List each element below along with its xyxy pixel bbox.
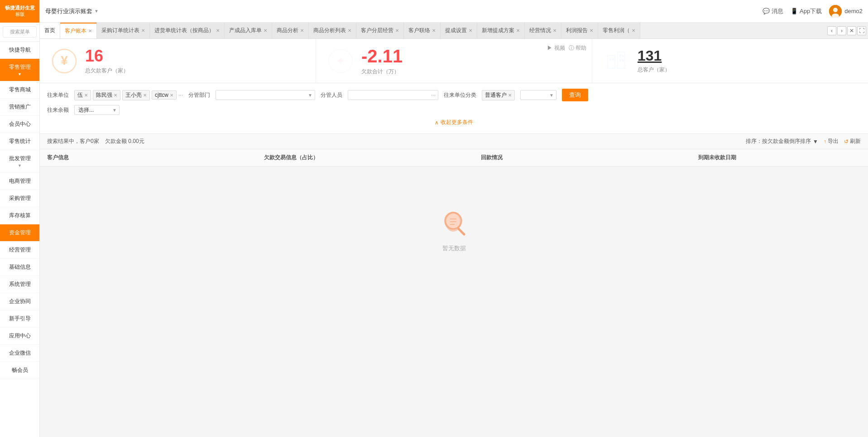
- tab-fullscreen-button[interactable]: ⛶: [857, 26, 866, 35]
- sidebar-item-app-center[interactable]: 应用中心: [0, 328, 39, 345]
- remaining-select[interactable]: 选择...: [74, 105, 120, 115]
- sort-button[interactable]: 排序：按欠款金额倒序排序 ▼: [746, 138, 818, 145]
- tab-prev-button[interactable]: ‹: [827, 26, 836, 35]
- help-icon: ⓘ: [569, 45, 574, 51]
- table-header: 客户信息 欠款交易信息（占比） 回款情况 到期未收款日期: [40, 149, 868, 166]
- tab-inbound-stats[interactable]: 进货单统计表（按商品） ✕: [150, 23, 225, 39]
- tag-normal-customer-close[interactable]: ✕: [508, 93, 512, 98]
- tab-next-button[interactable]: ›: [837, 26, 846, 35]
- stat-helpers: ▶ 视频 ⓘ 帮助: [547, 44, 586, 52]
- sidebar-item-enterprise-collab[interactable]: 企业协同: [0, 293, 39, 310]
- svg-text:✦: ✦: [336, 56, 345, 67]
- tag-chen-close[interactable]: ✕: [114, 93, 117, 98]
- tab-customer-tier[interactable]: 客户分层经营 ✕: [356, 23, 404, 39]
- svg-rect-10: [612, 58, 614, 61]
- sidebar-item-inventory[interactable]: 库存核算: [0, 207, 39, 224]
- tab-home[interactable]: 首页: [40, 23, 60, 39]
- sidebar-item-retail-mall[interactable]: 零售商城: [0, 81, 39, 99]
- tag-wang-close[interactable]: ✕: [143, 93, 147, 98]
- retail-mgmt-arrow: ▼: [18, 72, 22, 76]
- sidebar-item-retail-stats[interactable]: 零售统计: [0, 133, 39, 150]
- search-result-text: 搜索结果中，客户0家: [47, 138, 99, 144]
- tab-customer-contact[interactable]: 客户联络 ✕: [404, 23, 441, 39]
- unit-class-label: 往来单位分类: [444, 91, 476, 99]
- building-icon: [603, 48, 630, 75]
- tab-new-commission-close[interactable]: ✕: [516, 28, 520, 33]
- help-label: 帮助: [575, 45, 586, 51]
- tab-purchase-order-stats[interactable]: 采购订单统计表 ✕: [97, 23, 150, 39]
- sidebar-item-marketing[interactable]: 营销推广: [0, 99, 39, 116]
- tab-customer-account[interactable]: 客户账本 ✕: [60, 23, 97, 39]
- sidebar-item-chang-member[interactable]: 畅会员: [0, 362, 39, 379]
- sidebar-item-enterprise-wechat[interactable]: 企业微信: [0, 345, 39, 362]
- tab-customer-contact-close[interactable]: ✕: [432, 28, 436, 33]
- help-btn[interactable]: ⓘ 帮助: [569, 44, 586, 52]
- tag-wu-label: 伍: [77, 91, 83, 99]
- tab-close-all-button[interactable]: ✕: [847, 26, 856, 35]
- filter-tags-unit-class: 普通客户 ✕: [482, 90, 515, 100]
- sidebar-item-sys-mgmt[interactable]: 系统管理: [0, 276, 39, 293]
- app-download-button[interactable]: 📱 App下载: [791, 7, 822, 15]
- tab-retail-profit[interactable]: 零售利润（ ✕: [598, 23, 640, 39]
- tab-business-status[interactable]: 经营情况 ✕: [525, 23, 561, 39]
- tab-product-inbound-close[interactable]: ✕: [264, 28, 267, 33]
- tab-purchase-order-stats-close[interactable]: ✕: [141, 28, 145, 33]
- messages-button[interactable]: 💬 消息: [762, 7, 783, 15]
- stat-card-debt: ✦ -2.11 欠款合计（万） ▶ 视频 ⓘ 帮助: [316, 39, 592, 83]
- export-button[interactable]: ↑ 导出: [824, 138, 839, 145]
- query-button[interactable]: 查询: [562, 89, 588, 101]
- tab-business-status-close[interactable]: ✕: [553, 28, 556, 33]
- svg-rect-11: [619, 55, 621, 57]
- filter-tag-cjttcw: cjttcw ✕: [152, 90, 177, 100]
- empty-state: 暂无数据: [40, 166, 868, 289]
- tab-commission-settings-close[interactable]: ✕: [469, 28, 472, 33]
- tab-product-inbound[interactable]: 产成品入库单 ✕: [225, 23, 272, 39]
- tab-customer-account-close[interactable]: ✕: [88, 28, 92, 33]
- user-menu[interactable]: demo2: [829, 5, 863, 18]
- inventory-label: 库存核算: [9, 212, 31, 218]
- tag-cjttcw-close[interactable]: ✕: [170, 93, 173, 98]
- sidebar-item-basic-info[interactable]: 基础信息: [0, 259, 39, 276]
- tab-inbound-stats-close[interactable]: ✕: [216, 28, 220, 33]
- tab-profit-report-close[interactable]: ✕: [590, 28, 593, 33]
- sidebar-item-ecom-mgmt[interactable]: 电商管理: [0, 173, 39, 190]
- sidebar-item-wholesale-mgmt[interactable]: 批发管理 ▼: [0, 150, 39, 173]
- sidebar-item-retail-mgmt[interactable]: 零售管理 ▼: [0, 59, 39, 81]
- manager-more-btn[interactable]: ···: [431, 92, 436, 98]
- tab-product-analysis-close[interactable]: ✕: [300, 28, 304, 33]
- tab-product-analysis-list[interactable]: 商品分析列表 ✕: [309, 23, 356, 39]
- tab-product-analysis[interactable]: 商品分析 ✕: [272, 23, 309, 39]
- tab-profit-report[interactable]: 利润报告 ✕: [561, 23, 598, 39]
- tab-product-analysis-list-close[interactable]: ✕: [348, 28, 351, 33]
- tab-new-commission[interactable]: 新增提成方案 ✕: [477, 23, 525, 39]
- tab-customer-tier-close[interactable]: ✕: [395, 28, 399, 33]
- department-select[interactable]: [216, 90, 315, 100]
- collapse-button[interactable]: ∧ 收起更多条件: [47, 119, 861, 126]
- empty-state-label: 暂无数据: [442, 244, 466, 252]
- tab-commission-settings[interactable]: 提成设置 ✕: [441, 23, 477, 39]
- tabbar: 首页 客户账本 ✕ 采购订单统计表 ✕ 进货单统计表（按商品） ✕ 产成品入库单…: [40, 23, 868, 39]
- tab-retail-profit-close[interactable]: ✕: [632, 28, 635, 33]
- search-menu-button[interactable]: 搜索菜单: [3, 26, 37, 38]
- app-download-label: App下载: [800, 7, 822, 15]
- video-help-btn[interactable]: ▶ 视频: [547, 44, 565, 52]
- logo-text2: 标版: [15, 11, 24, 18]
- tab-purchase-order-stats-label: 采购订单统计表: [101, 27, 139, 34]
- unit-label: 往来单位: [47, 91, 69, 99]
- tag-normal-customer-label: 普通客户: [485, 91, 507, 99]
- refresh-button[interactable]: ↺ 刷新: [844, 138, 861, 145]
- sidebar-item-finance-mgmt[interactable]: 资金管理: [0, 224, 39, 242]
- sidebar-item-newbie-guide[interactable]: 新手引导: [0, 310, 39, 328]
- sort-label: 排序：按欠款金额倒序排序: [746, 138, 811, 145]
- unit-class-select[interactable]: [520, 90, 556, 100]
- filter-more-tags[interactable]: ···: [178, 92, 183, 98]
- manager-input-wrapper: ···: [348, 90, 438, 100]
- manager-input[interactable]: [348, 90, 438, 100]
- sidebar-item-quick-nav[interactable]: 快捷导航: [0, 42, 39, 59]
- tag-wu-close[interactable]: ✕: [84, 93, 88, 98]
- sidebar-item-business-mgmt[interactable]: 经营管理: [0, 242, 39, 259]
- sidebar-item-purchase-mgmt[interactable]: 采购管理: [0, 190, 39, 207]
- account-selector[interactable]: 母婴行业演示账套 ▼: [45, 7, 99, 15]
- sidebar-item-member-center[interactable]: 会员中心: [0, 116, 39, 133]
- sys-mgmt-label: 系统管理: [9, 281, 31, 287]
